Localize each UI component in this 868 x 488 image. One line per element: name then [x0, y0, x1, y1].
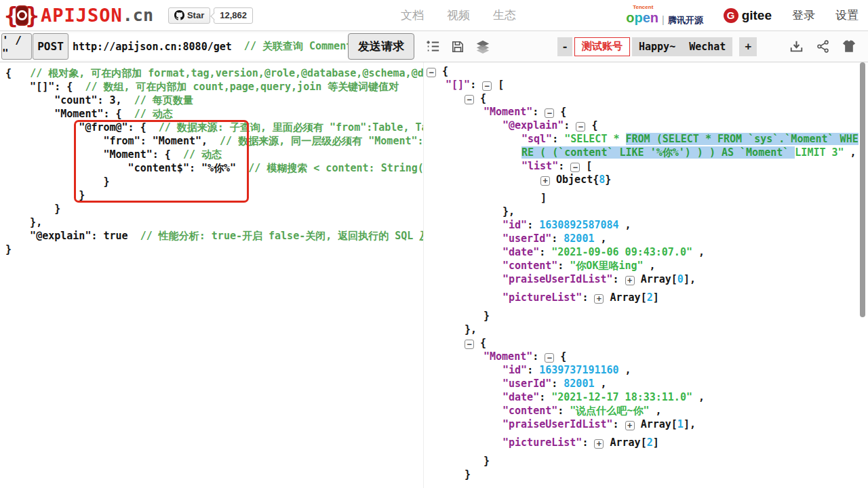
nav-videos[interactable]: 视频 [447, 7, 470, 23]
collapse-toggle-icon[interactable]: − [482, 81, 492, 91]
code-text: }, [5, 216, 42, 228]
tab-test-account[interactable]: 测试账号 [574, 37, 630, 56]
json-punctuation: { [474, 92, 486, 104]
editor-line[interactable]: "count": 3, // 每页数量 [5, 94, 423, 108]
collapse-toggle-icon[interactable]: − [427, 68, 436, 77]
tab-happy[interactable]: Happy~ [632, 37, 682, 56]
url-input[interactable]: http://apijson.cn:8080/get // 关联查询 Comme… [68, 33, 348, 60]
expand-toggle-icon[interactable]: + [540, 176, 550, 186]
comment-text: // 动态 [183, 148, 222, 161]
settings-link[interactable]: 设置 [835, 7, 859, 23]
share-icon[interactable] [816, 40, 829, 54]
gitee-logo[interactable]: G gitee [724, 8, 772, 23]
json-punctuation: : [564, 119, 576, 131]
editor-line[interactable]: { // 根对象, 可在内部加 format,tag,version,@role… [5, 67, 423, 81]
json-line: RE ( (`content` LIKE '%你%') ) ) AS `Mome… [427, 146, 859, 160]
editor-line[interactable]: "Moment": { // 动态 [5, 108, 423, 121]
editor-line[interactable]: "Moment": { // 动态 [5, 148, 423, 162]
expand-toggle-icon[interactable]: + [594, 439, 604, 449]
collapse-toggle-icon[interactable]: − [576, 122, 585, 131]
nav-docs[interactable]: 文档 [401, 7, 424, 23]
editor-line[interactable]: } [5, 243, 423, 257]
collapse-toggle-icon[interactable]: − [545, 108, 554, 118]
request-toolbar: ' / " POST http://apijson.cn:8080/get //… [0, 31, 868, 62]
json-key: "date" [502, 246, 539, 258]
json-line: "userId": 82001 , [427, 232, 859, 246]
json-punctuation: } [605, 174, 611, 186]
editor-line[interactable]: "@from@": { // 数据来源: 子查询, 里面必须有 "from":T… [5, 121, 423, 135]
json-punctuation: : [558, 160, 570, 172]
code-text: "@explain": true [5, 230, 140, 242]
collapse-toggle-icon[interactable]: − [465, 95, 474, 104]
json-punctuation: }, [502, 205, 515, 218]
json-line: "userId": 82001 , [427, 378, 859, 391]
add-tab-button[interactable]: + [739, 37, 757, 56]
json-line: − { [427, 92, 859, 106]
code-text: } [5, 203, 60, 215]
http-method-button[interactable]: POST [33, 33, 68, 60]
json-line: + Object{8} [427, 174, 859, 187]
json-punctuation: ], [684, 273, 696, 285]
json-key: "id" [502, 364, 527, 376]
json-key: "content" [502, 260, 557, 272]
login-link[interactable]: 登录 [792, 7, 815, 23]
json-line: "praiseUserIdList": + Array[1], [427, 418, 859, 432]
json-punctuation: : [582, 291, 594, 304]
save-icon[interactable] [451, 40, 465, 54]
json-punctuation: , [594, 378, 606, 390]
github-star-badge[interactable]: Star 12,862 [168, 7, 253, 24]
apijson-logo[interactable]: { } APIJSON .cn [5, 3, 153, 28]
json-line: "date": "2021-12-17 18:33:11.0" , [427, 391, 859, 405]
nav-ecosystem[interactable]: 生态 [493, 7, 516, 23]
layers-icon[interactable] [476, 40, 490, 54]
json-line: "praiseUserIdList": + Array[0], [427, 273, 859, 287]
json-punctuation: , [644, 260, 656, 272]
json-punctuation: ], [684, 418, 696, 430]
collapse-toggle-icon[interactable]: − [545, 353, 554, 363]
json-punctuation: Array[ [635, 418, 677, 430]
url-comment: // 关联查询 Comment.use [232, 40, 348, 53]
json-punctuation: } [484, 310, 490, 322]
json-number: 0 [677, 273, 684, 285]
theme-shirt-icon[interactable] [842, 40, 856, 54]
json-punctuation: , [649, 405, 661, 417]
json-punctuation: [ [580, 160, 592, 172]
json-punctuation: , [692, 246, 705, 258]
editor-line[interactable]: "from": "Moment", // 数据来源, 同一层级必须有 "Mome… [5, 135, 423, 148]
collapse-toggle-icon[interactable]: − [465, 340, 474, 349]
star-count[interactable]: 12,862 [214, 7, 253, 24]
collapse-toggle-icon[interactable]: − [570, 163, 580, 172]
expand-toggle-icon[interactable]: + [625, 421, 635, 430]
editor-line[interactable]: "[]": { // 数组, 可在内部加 count,page,query,jo… [5, 81, 423, 94]
editor-line[interactable]: } [5, 176, 423, 189]
json-punctuation: : [470, 79, 482, 91]
json-key: "list" [521, 160, 558, 172]
send-request-button[interactable]: 发送请求 [348, 33, 414, 60]
editor-line[interactable]: }, [5, 216, 423, 230]
editor-line[interactable]: } [5, 189, 423, 203]
comment-text: // 每页数量 [134, 94, 193, 106]
json-key: "[]" [446, 79, 470, 91]
download-icon[interactable] [789, 40, 803, 54]
editor-line[interactable]: "@explain": true // 性能分析: true-开启 false-… [5, 230, 423, 243]
json-punctuation: Array[ [604, 291, 646, 304]
open-wordmark: open [626, 10, 658, 26]
json-key: "sql" [521, 133, 552, 145]
request-json-editor[interactable]: { // 根对象, 可在内部加 format,tag,version,@role… [0, 62, 424, 488]
comment-text: // 性能分析: true-开启 false-关闭, 返回执行的 SQL 及查询 [140, 230, 423, 242]
json-punctuation: ] [653, 436, 659, 449]
response-json-viewer[interactable]: − {"[]": − [− {"Moment": − {"@explain": … [424, 62, 868, 488]
tencent-open-logo[interactable]: Tencent open | 腾讯开源 [626, 5, 703, 26]
quote-toggle-button[interactable]: ' / " [1, 33, 32, 60]
editor-line[interactable]: } [5, 203, 423, 216]
vertical-scrollbar[interactable] [860, 62, 865, 317]
remove-tab-button[interactable]: - [557, 37, 572, 56]
json-punctuation: , [692, 391, 705, 403]
editor-line[interactable]: "content$": "%你%" // 模糊搜索 < content: Str… [5, 162, 423, 176]
expand-toggle-icon[interactable]: + [625, 276, 635, 285]
expand-toggle-icon[interactable]: + [594, 294, 604, 304]
json-punctuation: } [465, 468, 471, 481]
json-punctuation: , [619, 219, 631, 231]
tab-wechat[interactable]: Wechat [682, 37, 732, 56]
format-icon[interactable] [426, 40, 439, 54]
